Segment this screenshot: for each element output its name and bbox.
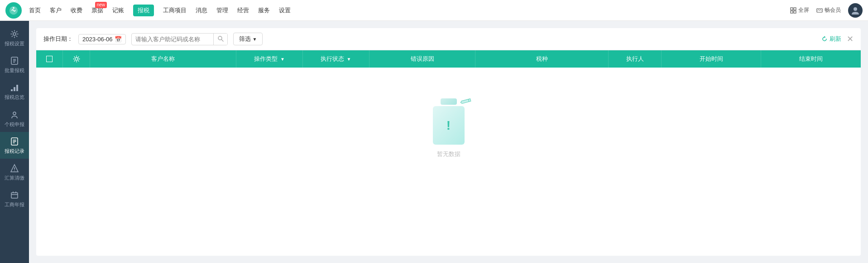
column-settings[interactable] <box>63 50 90 68</box>
filter-chevron-icon: ▼ <box>253 37 257 42</box>
col-type-label: 操作类型 <box>254 55 278 62</box>
sidebar: 报税设置 批量报税 报税总览 个税申报 报税记录 汇算清缴 工商年报 <box>0 21 29 263</box>
fullscreen-label: 全屏 <box>798 6 809 14</box>
svg-line-26 <box>221 39 223 41</box>
col-executor-label: 执行人 <box>626 55 644 62</box>
sidebar-item-personal-tax[interactable]: 个税申报 <box>0 105 29 132</box>
sidebar-label-tax-records: 报税记录 <box>5 148 24 154</box>
clipboard-body: ! <box>433 106 465 145</box>
search-input[interactable] <box>132 34 213 44</box>
col-tax-label: 税种 <box>536 55 548 62</box>
sidebar-label-tax-settings: 报税设置 <box>5 41 24 47</box>
nav-menu: 首页客户收费票据new记账报税工商项目消息管理经营服务设置 <box>29 5 790 16</box>
nav-item-manage[interactable]: 管理 <box>216 5 228 16</box>
column-executor: 执行人 <box>608 50 661 68</box>
sidebar-item-tax-settings[interactable]: 报税设置 <box>0 24 29 51</box>
sidebar-label-batch-tax: 批量报税 <box>5 68 24 73</box>
table-header-row: 客户名称 操作类型 ▼ 执行状态 ▼ 错误原因 <box>36 50 861 68</box>
content-area: 操作日期： 2023-06-06 📅 筛选 ▼ <box>29 21 868 263</box>
svg-point-22 <box>14 170 15 171</box>
nav-item-collection[interactable]: 收费 <box>71 5 82 16</box>
column-tax-type: 税种 <box>475 50 608 68</box>
calendar-icon: 📅 <box>115 36 122 43</box>
nav-right-area: 全屏 畅会员 <box>790 3 863 18</box>
annual-report-icon <box>10 190 19 200</box>
vip-button[interactable]: 畅会员 <box>816 6 841 14</box>
clipboard-clip <box>441 98 457 105</box>
svg-rect-23 <box>11 193 18 198</box>
svg-point-8 <box>13 33 16 35</box>
tax-summary-icon <box>10 83 19 93</box>
tax-settings-icon <box>10 29 19 39</box>
close-button[interactable]: ✕ <box>847 35 854 43</box>
column-exec-status: 执行状态 ▼ <box>302 50 369 68</box>
sidebar-item-tax-summary[interactable]: 报税总览 <box>0 78 29 105</box>
nav-item-operation[interactable]: 经营 <box>237 5 249 16</box>
column-end-time: 结束时间 <box>761 50 861 68</box>
svg-rect-3 <box>794 8 796 10</box>
sidebar-item-annual-report[interactable]: 工商年报 <box>0 185 29 212</box>
sidebar-item-tax-records[interactable]: 报税记录 <box>0 132 29 159</box>
app-logo[interactable] <box>5 2 22 19</box>
sidebar-label-annual-report: 工商年报 <box>5 202 24 208</box>
col-error-label: 错误原因 <box>411 55 434 62</box>
sidebar-label-personal-tax: 个税申报 <box>5 122 24 127</box>
column-client: 客户名称 <box>90 50 236 68</box>
svg-rect-5 <box>794 11 796 13</box>
nav-item-service[interactable]: 服务 <box>258 5 270 16</box>
status-filter-icon[interactable]: ▼ <box>347 57 351 62</box>
nav-item-customer[interactable]: 客户 <box>50 5 62 16</box>
empty-illustration: ! <box>426 95 471 145</box>
filter-button[interactable]: 筛选 ▼ <box>233 33 263 45</box>
empty-state: ! 暂无数据 <box>36 68 861 176</box>
sidebar-item-batch-tax[interactable]: 批量报税 <box>0 51 29 78</box>
main-layout: 报税设置 批量报税 报税总览 个税申报 报税记录 汇算清缴 工商年报 操作日期：… <box>0 21 868 263</box>
refresh-label: 刷新 <box>830 35 841 43</box>
refresh-button[interactable]: 刷新 <box>821 35 841 43</box>
personal-tax-icon <box>10 110 19 120</box>
nav-item-business[interactable]: 工商项目 <box>163 5 187 16</box>
filter-label: 筛选 <box>239 35 251 43</box>
col-status-label: 执行状态 <box>321 55 344 62</box>
empty-text: 暂无数据 <box>437 150 460 158</box>
svg-rect-2 <box>791 8 793 10</box>
sidebar-item-settlement[interactable]: 汇算清缴 <box>0 159 29 185</box>
records-table: 客户名称 操作类型 ▼ 执行状态 ▼ 错误原因 <box>36 50 861 68</box>
svg-rect-4 <box>791 11 793 13</box>
top-navigation: 首页客户收费票据new记账报税工商项目消息管理经营服务设置 全屏 畅会员 <box>0 0 868 21</box>
type-filter-icon[interactable]: ▼ <box>280 57 285 62</box>
svg-point-7 <box>854 7 857 11</box>
toolbar: 操作日期： 2023-06-06 📅 筛选 ▼ <box>36 28 861 50</box>
date-value: 2023-06-06 <box>82 36 113 43</box>
date-picker[interactable]: 2023-06-06 📅 <box>78 34 126 44</box>
user-avatar[interactable] <box>848 3 863 18</box>
exclamation-mark: ! <box>446 118 451 133</box>
svg-rect-14 <box>14 87 15 91</box>
column-checkbox[interactable] <box>36 50 63 68</box>
batch-tax-icon <box>10 56 19 66</box>
nav-item-bookkeeping[interactable]: 记账 <box>112 5 124 16</box>
sidebar-label-tax-summary: 报税总览 <box>5 94 24 100</box>
search-button[interactable] <box>213 34 227 45</box>
nav-item-message[interactable]: 消息 <box>196 5 207 16</box>
svg-rect-15 <box>16 85 18 91</box>
column-op-type: 操作类型 ▼ <box>236 50 303 68</box>
column-start-time: 开始时间 <box>662 50 761 68</box>
col-client-label: 客户名称 <box>151 55 175 62</box>
date-label: 操作日期： <box>43 35 73 43</box>
fullscreen-button[interactable]: 全屏 <box>790 6 809 14</box>
select-all-checkbox[interactable] <box>46 56 53 62</box>
svg-rect-13 <box>11 89 13 91</box>
nav-item-invoice[interactable]: 票据new <box>91 5 103 16</box>
tax-records-icon <box>10 136 19 146</box>
nav-item-tax[interactable]: 报税 <box>133 5 154 16</box>
settlement-icon <box>10 163 19 173</box>
svg-point-16 <box>13 112 16 115</box>
vip-label: 畅会员 <box>825 6 841 14</box>
col-end-label: 结束时间 <box>799 55 823 62</box>
column-error-reason: 错误原因 <box>369 50 475 68</box>
svg-point-27 <box>75 58 78 60</box>
svg-point-1 <box>13 7 14 9</box>
nav-item-settings[interactable]: 设置 <box>279 5 291 16</box>
nav-item-home[interactable]: 首页 <box>29 5 41 16</box>
